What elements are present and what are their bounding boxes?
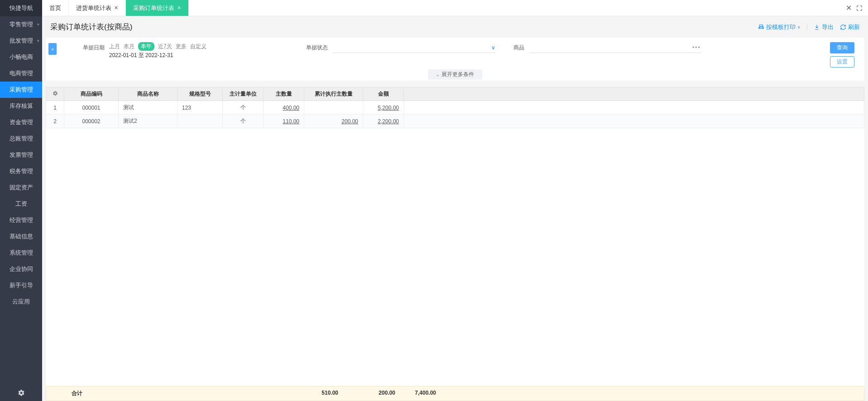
- page-title: 采购订单统计表(按商品): [50, 22, 132, 32]
- sidebar-item-payroll[interactable]: 工资: [0, 196, 42, 212]
- filter-date-label: 单据日期: [83, 42, 105, 52]
- sidebar-item-system[interactable]: 系统管理: [0, 245, 42, 261]
- cell-amount[interactable]: 2,200.00: [363, 115, 404, 128]
- print-button[interactable]: 按模板打印 ∨: [758, 23, 801, 31]
- total-name: [163, 387, 219, 401]
- cell-spec: 123: [177, 101, 223, 115]
- filter-product-input[interactable]: •••: [529, 42, 701, 53]
- table-row[interactable]: 2 000002 测试2 个 110.00 200.00 2,200.00: [46, 115, 864, 128]
- sidebar-item-tax[interactable]: 税务管理: [0, 163, 42, 179]
- tab-purchase-order-stats[interactable]: 采购订单统计表✕: [126, 0, 189, 16]
- filter-collapse-button[interactable]: »: [48, 43, 57, 55]
- sidebar-item-xiaochang[interactable]: 小畅电商: [0, 49, 42, 65]
- header-actions: 按模板打印 ∨ 导出 刷新: [758, 23, 860, 31]
- th-code[interactable]: 商品编码: [64, 87, 119, 101]
- cell-amount[interactable]: 5,200.00: [363, 101, 404, 115]
- th-spec[interactable]: 规格型号: [177, 87, 223, 101]
- sidebar-item-cloudapp[interactable]: 云应用: [0, 294, 42, 310]
- settings-button[interactable]: [0, 385, 42, 401]
- query-button[interactable]: 查询: [830, 42, 854, 53]
- th-cumqty[interactable]: 累计执行主数量: [304, 87, 363, 101]
- date-shortcut-thisyear[interactable]: 本年: [138, 42, 154, 51]
- sidebar-item-label: 云应用: [12, 298, 30, 306]
- settings-filter-button[interactable]: 设置: [830, 56, 854, 68]
- th-qty[interactable]: 主数量: [264, 87, 304, 101]
- sidebar-item-label: 经营管理: [10, 216, 33, 224]
- th-amount[interactable]: 金额: [363, 87, 404, 101]
- divider: [807, 24, 807, 30]
- total-spec: [219, 387, 262, 401]
- sidebar-item-coop[interactable]: 企业协同: [0, 261, 42, 277]
- cell-idx: 1: [46, 101, 64, 115]
- filter-date-group: 单据日期 上月 本月 本年 近7天 更多 自定义 2022-01-01 至: [83, 42, 206, 59]
- tab-receipt-stats[interactable]: 进货单统计表✕: [69, 0, 126, 16]
- sidebar-item-retail[interactable]: 零售管理▾: [0, 16, 42, 33]
- sidebar-item-purchase[interactable]: 采购管理: [0, 82, 42, 98]
- expand-label: 展开更多条件: [441, 71, 474, 78]
- sidebar-item-label: 基础信息: [10, 232, 33, 241]
- total-label: 合计: [65, 387, 104, 401]
- date-shortcut-recent7[interactable]: 近7天: [158, 43, 172, 50]
- date-shortcut-more[interactable]: 更多: [176, 43, 187, 50]
- sidebar-item-label: 电商管理: [10, 69, 33, 77]
- svg-rect-0: [760, 26, 763, 29]
- cell-cumqty: [304, 101, 363, 115]
- print-label: 按模板打印: [766, 23, 796, 31]
- sidebar-item-fixedasset[interactable]: 固定资产: [0, 179, 42, 196]
- sidebar-item-inventory[interactable]: 库存核算: [0, 98, 42, 114]
- cell-qty[interactable]: 110.00: [264, 115, 304, 128]
- sidebar-item-invoice[interactable]: 发票管理: [0, 147, 42, 163]
- date-shortcut-lastmonth[interactable]: 上月: [109, 43, 120, 50]
- cell-qty[interactable]: 400.00: [264, 101, 304, 115]
- close-icon[interactable]: ✕: [114, 5, 118, 11]
- sidebar-item-business[interactable]: 经营管理: [0, 212, 42, 228]
- sidebar-item-funds[interactable]: 资金管理: [0, 114, 42, 130]
- filter-panel: » 单据日期 上月 本月 本年 近7天 更多 自定义: [46, 38, 864, 81]
- refresh-button[interactable]: 刷新: [840, 23, 860, 31]
- sidebar-item-quicknav[interactable]: 快捷导航: [0, 0, 42, 16]
- filter-status-select[interactable]: ∨: [332, 42, 495, 53]
- sidebar-item-label: 新手引导: [10, 281, 33, 290]
- cell-code: 000002: [64, 115, 119, 128]
- expand-filters-button[interactable]: ⌄ 展开更多条件: [428, 69, 482, 80]
- cell-unit: 个: [223, 115, 264, 128]
- sidebar-item-label: 税务管理: [10, 167, 33, 175]
- fullscreen-button[interactable]: [856, 5, 863, 11]
- sidebar-item-ecommerce[interactable]: 电商管理: [0, 65, 42, 82]
- sidebar-item-label: 工资: [15, 200, 27, 208]
- sidebar-item-label: 批发管理: [10, 37, 33, 45]
- date-shortcut-custom[interactable]: 自定义: [190, 43, 206, 50]
- cell-name: 测试2: [119, 115, 177, 128]
- export-label: 导出: [822, 23, 834, 31]
- close-icon[interactable]: ✕: [177, 5, 181, 11]
- export-button[interactable]: 导出: [814, 23, 834, 31]
- tab-label: 首页: [49, 4, 61, 12]
- sidebar-item-label: 资金管理: [10, 118, 33, 126]
- tab-label: 进货单统计表: [76, 4, 111, 12]
- print-icon: [758, 24, 764, 30]
- th-name[interactable]: 商品名称: [119, 87, 177, 101]
- sidebar-item-wholesale[interactable]: 批发管理▾: [0, 33, 42, 49]
- sidebar-item-basicinfo[interactable]: 基础信息: [0, 228, 42, 245]
- close-all-tabs-button[interactable]: ✕: [846, 4, 852, 12]
- more-icon: •••: [692, 44, 701, 51]
- cell-spec: [177, 115, 223, 128]
- table-row[interactable]: 1 000001 测试 123 个 400.00 5,200.00: [46, 101, 864, 115]
- filter-status-group: 单据状态 ∨: [306, 42, 495, 53]
- refresh-icon: [840, 24, 846, 30]
- tab-home[interactable]: 首页: [42, 0, 69, 16]
- date-shortcut-thismonth[interactable]: 本月: [124, 43, 134, 50]
- total-cumqty: 200.00: [343, 387, 400, 401]
- sidebar-item-ledger[interactable]: 总账管理: [0, 130, 42, 147]
- cell-cumqty[interactable]: 200.00: [304, 115, 363, 128]
- sidebar-item-guide[interactable]: 新手引导: [0, 277, 42, 294]
- sidebar-item-label: 库存核算: [10, 102, 33, 110]
- chevron-right-icon: »: [51, 47, 54, 52]
- sidebar: 快捷导航 零售管理▾ 批发管理▾ 小畅电商 电商管理 采购管理 库存核算 资金管…: [0, 0, 42, 401]
- th-unit[interactable]: 主计量单位: [223, 87, 264, 101]
- tab-label: 采购订单统计表: [133, 4, 174, 12]
- cell-code: 000001: [64, 101, 119, 115]
- sidebar-item-label: 系统管理: [10, 249, 33, 257]
- filter-status-label: 单据状态: [306, 42, 328, 52]
- table-settings-header[interactable]: [46, 87, 64, 101]
